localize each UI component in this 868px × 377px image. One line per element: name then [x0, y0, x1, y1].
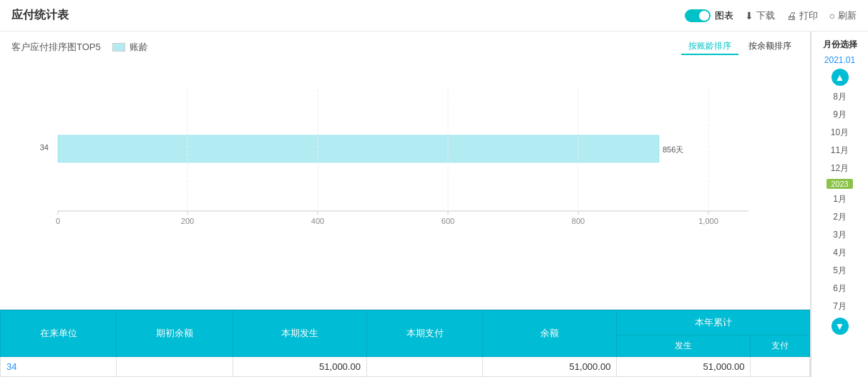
sidebar-month-8[interactable]: 8月: [811, 88, 868, 106]
svg-text:0: 0: [56, 217, 60, 225]
download-icon: ⬇: [745, 10, 754, 21]
sidebar-month-1[interactable]: 1月: [811, 190, 868, 208]
svg-text:800: 800: [572, 217, 585, 225]
table-wrapper: 在来单位 期初余额 本期发生 本期支付 余额 本年累计 发生 支付: [0, 310, 810, 377]
cell-current-occ: 51,000.00: [233, 357, 366, 377]
legend-balance: 账龄: [112, 41, 148, 54]
cell-unit[interactable]: 34: [1, 357, 117, 377]
chart-svg-container: 34 856天 0 200 400: [11, 61, 799, 247]
col-ytd: 本年累计: [617, 310, 810, 336]
legend-top5-label: 客户应付排序图TOP5: [11, 41, 101, 54]
refresh-label: 刷新: [838, 9, 857, 22]
col-ytd-occ: 发生: [617, 336, 751, 357]
sidebar-up-button[interactable]: ▲: [832, 69, 849, 86]
sidebar-title: 月份选择: [823, 36, 857, 54]
sort-by-balance-button[interactable]: 按余额排序: [741, 39, 799, 55]
sidebar-month-2[interactable]: 2月: [811, 208, 868, 226]
cell-ytd-occ: 51,000.00: [617, 357, 751, 377]
chart-table-area: 客户应付排序图TOP5 账龄 按账龄排序 按余额排序: [0, 31, 810, 377]
chart-section: 客户应付排序图TOP5 账龄 按账龄排序 按余额排序: [0, 31, 810, 309]
chart-header: 客户应付排序图TOP5 账龄 按账龄排序 按余额排序: [11, 39, 799, 55]
chart-legend: 客户应付排序图TOP5 账龄: [11, 41, 148, 54]
col-current-pay: 本期支付: [366, 310, 482, 357]
chart-sort-buttons: 按账龄排序 按余额排序: [681, 39, 799, 55]
data-table: 在来单位 期初余额 本期发生 本期支付 余额 本年累计 发生 支付: [0, 310, 810, 377]
header: 应付统计表 图表 ⬇ 下载 🖨 打印 ○ 刷新: [0, 0, 868, 31]
legend-color-box: [112, 43, 125, 52]
svg-text:34: 34: [40, 143, 49, 152]
cell-current-pay: [366, 357, 482, 377]
page-title: 应付统计表: [11, 8, 69, 23]
col-balance: 余额: [483, 310, 617, 357]
sidebar-month-5[interactable]: 5月: [811, 262, 868, 280]
svg-text:200: 200: [181, 217, 194, 225]
download-label: 下载: [756, 9, 775, 22]
table-section: 在来单位 期初余额 本期发生 本期支付 余额 本年累计 发生 支付: [0, 309, 810, 377]
print-label: 打印: [799, 9, 818, 22]
right-sidebar: 月份选择 2021.01 ▲ 8月 9月 10月 11月 12月 2023 1月…: [811, 31, 868, 377]
sidebar-year-label: 2021.01: [824, 54, 855, 67]
sidebar-month-12[interactable]: 12月: [811, 160, 868, 177]
main-content: 客户应付排序图TOP5 账龄 按账龄排序 按余额排序: [0, 31, 868, 377]
chart-toggle[interactable]: [685, 9, 711, 22]
col-opening: 期初余额: [117, 310, 233, 357]
table-row: 34 51,000.00 51,000.00 51,000.00: [1, 357, 810, 377]
cell-ytd-pay: [751, 357, 810, 377]
chart-toggle-group: 图表: [685, 9, 733, 22]
svg-text:1,000: 1,000: [698, 217, 718, 225]
sidebar-down-button[interactable]: ▼: [832, 318, 849, 335]
col-current-occ: 本期发生: [233, 310, 366, 357]
table-header-row-1: 在来单位 期初余额 本期发生 本期支付 余额 本年累计: [1, 310, 810, 336]
download-button[interactable]: ⬇ 下载: [745, 9, 775, 22]
sidebar-month-3[interactable]: 3月: [811, 226, 868, 244]
sidebar-month-11[interactable]: 11月: [811, 142, 868, 160]
chart-toggle-label: 图表: [715, 9, 733, 22]
col-unit: 在来单位: [1, 310, 117, 357]
svg-text:856天: 856天: [663, 145, 683, 154]
svg-text:400: 400: [311, 217, 324, 225]
legend-balance-label: 账龄: [130, 41, 148, 54]
print-icon: 🖨: [786, 10, 796, 21]
print-button[interactable]: 🖨 打印: [786, 9, 818, 22]
sidebar-month-4[interactable]: 4月: [811, 244, 868, 262]
cell-balance: 51,000.00: [483, 357, 617, 377]
sidebar-year-badge[interactable]: 2023: [826, 179, 852, 189]
col-ytd-pay: 支付: [751, 336, 810, 357]
sidebar-month-6[interactable]: 6月: [811, 280, 868, 298]
svg-text:600: 600: [442, 217, 454, 225]
sidebar-month-7[interactable]: 7月: [811, 298, 868, 315]
sort-by-age-button[interactable]: 按账龄排序: [681, 39, 738, 55]
refresh-button[interactable]: ○ 刷新: [829, 9, 857, 22]
sidebar-month-10[interactable]: 10月: [811, 124, 868, 142]
cell-opening: [117, 357, 233, 377]
svg-rect-1: [58, 135, 659, 162]
sidebar-month-9[interactable]: 9月: [811, 106, 868, 124]
refresh-icon: ○: [829, 10, 835, 21]
header-actions: 图表 ⬇ 下载 🖨 打印 ○ 刷新: [685, 9, 857, 22]
legend-top5: 客户应付排序图TOP5: [11, 41, 101, 54]
